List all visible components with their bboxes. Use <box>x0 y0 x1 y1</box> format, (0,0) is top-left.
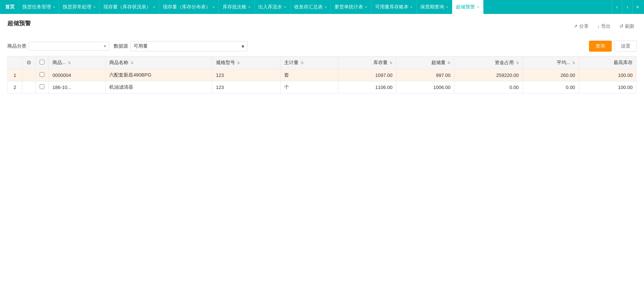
row-spec-0: 123 <box>212 69 280 81</box>
col-max-stock[interactable]: 最高库存 <box>579 56 637 69</box>
row-max-stock-1: 100.00 <box>579 81 637 93</box>
col-product-code[interactable]: 商品... ⇅ <box>49 56 106 69</box>
refresh-button[interactable]: ↺ 刷新 <box>617 22 637 30</box>
sort-icon-code: ⇅ <box>68 61 71 65</box>
row-overflow-0: 997.00 <box>396 69 454 81</box>
close-tab-1-icon[interactable]: × <box>53 5 55 9</box>
product-category-select[interactable]: ▾ <box>29 42 109 51</box>
row-overflow-1: 1006.00 <box>396 81 454 93</box>
row-num-0: 1 <box>8 69 22 81</box>
row-unit-0: 套 <box>280 69 338 81</box>
table-header: ⚙ 商品... ⇅ 商品名称 ⇅ 规格型号 ⇅ 主计量 <box>8 56 637 69</box>
row-checkbox-0[interactable] <box>36 69 49 81</box>
filter-buttons: 查询 设置 <box>589 41 637 52</box>
row-gear-1 <box>22 81 36 93</box>
share-icon: ↗ <box>574 23 578 29</box>
close-tab-3-icon[interactable]: × <box>153 5 155 9</box>
export-button[interactable]: ↓ 导出 <box>595 22 613 30</box>
export-icon: ↓ <box>597 23 600 29</box>
col-overflow[interactable]: 超储量 ⇅ <box>396 56 454 69</box>
col-product-name[interactable]: 商品名称 ⇅ <box>106 56 212 69</box>
refresh-icon: ↺ <box>619 23 623 29</box>
select-all-checkbox[interactable] <box>40 60 44 64</box>
col-avg[interactable]: 平均... ⇅ <box>523 56 579 69</box>
settings-button[interactable]: 设置 <box>615 41 637 52</box>
nav-tab-7[interactable]: 收发存汇总表 × <box>290 0 331 14</box>
close-tab-4-icon[interactable]: × <box>212 5 215 9</box>
data-source-select[interactable]: 可用量 ▾ <box>130 41 248 51</box>
col-spec[interactable]: 规格型号 ⇅ <box>212 56 280 69</box>
row-product-name-0: 六配套新昌490BPG <box>106 69 212 81</box>
row-stock-0: 1097.00 <box>339 69 396 81</box>
header-actions: ↗ 分享 ↓ 导出 ↺ 刷新 <box>571 22 637 30</box>
row-num-1: 2 <box>8 81 22 93</box>
sort-icon-overflow: ⇅ <box>447 61 450 65</box>
header-row: 超储预警 ↗ 分享 ↓ 导出 ↺ 刷新 <box>7 20 637 33</box>
sort-icon-spec: ⇅ <box>237 61 240 65</box>
close-tab-9-icon[interactable]: × <box>410 5 413 9</box>
nav-tab-6[interactable]: 出入库流水 × <box>255 0 290 14</box>
nav-tab-4[interactable]: 现存量（库存分布表） × <box>159 0 219 14</box>
close-tab-10-icon[interactable]: × <box>446 5 448 9</box>
gear-icon[interactable]: ⚙ <box>26 59 31 66</box>
sort-icon-unit: ⇅ <box>301 61 304 65</box>
row-capital-1: 0.00 <box>454 81 523 93</box>
table-body: 1 0000004 六配套新昌490BPG 123 套 1097.00 997.… <box>8 69 637 93</box>
nav-tab-9[interactable]: 可用量库存账本 × <box>372 0 417 14</box>
row-product-name-1: 机油滤清器 <box>106 81 212 93</box>
col-row-num <box>8 56 22 69</box>
col-stock[interactable]: 库存量 ⇅ <box>339 56 396 69</box>
nav-bar: 首页 拣货任务管理 × 拣货异常处理 × 现存量（库存状况表） × 现存量（库存… <box>0 0 644 14</box>
close-tab-2-icon[interactable]: × <box>93 5 95 9</box>
row-spec-1: 123 <box>212 81 280 93</box>
row-product-code-1: 186-10... <box>49 81 106 93</box>
nav-arrows: ‹ › × <box>612 0 643 14</box>
category-chevron-icon: ▾ <box>104 44 106 49</box>
product-category-filter: 商品分类 ▾ <box>7 42 109 51</box>
close-tab-6-icon[interactable]: × <box>284 5 286 9</box>
close-tab-8-icon[interactable]: × <box>365 5 367 9</box>
nav-tab-11[interactable]: 超储预警 × <box>452 0 483 14</box>
nav-tab-8[interactable]: 要货单统计表 × <box>331 0 371 14</box>
nav-arrow-close[interactable]: × <box>632 0 643 14</box>
row-checkbox-1[interactable] <box>36 81 49 93</box>
data-table: ⚙ 商品... ⇅ 商品名称 ⇅ 规格型号 ⇅ 主计量 <box>7 56 637 93</box>
row-avg-0: 260.00 <box>523 69 579 81</box>
col-capital[interactable]: 资金占用 ⇅ <box>454 56 523 69</box>
nav-tab-1[interactable]: 拣货任务管理 × <box>19 0 59 14</box>
product-category-label: 商品分类 <box>7 43 26 49</box>
col-gear[interactable]: ⚙ <box>22 56 36 69</box>
sort-icon-stock: ⇅ <box>389 61 392 65</box>
data-source-value: 可用量 <box>133 43 148 49</box>
row-unit-1: 个 <box>280 81 338 93</box>
col-unit[interactable]: 主计量 ⇅ <box>280 56 338 69</box>
nav-tab-5[interactable]: 库存批次账 × <box>219 0 255 14</box>
data-source-label: 数据源 <box>114 43 128 49</box>
nav-tab-3[interactable]: 现存量（库存状况表） × <box>100 0 159 14</box>
table-row[interactable]: 1 0000004 六配套新昌490BPG 123 套 1097.00 997.… <box>8 69 637 81</box>
nav-tab-2[interactable]: 拣货异常处理 × <box>59 0 99 14</box>
datasource-chevron-icon: ▾ <box>242 44 244 49</box>
sort-icon-name: ⇅ <box>131 61 133 65</box>
filter-row: 商品分类 ▾ 数据源 可用量 ▾ 查询 设置 <box>7 38 637 56</box>
nav-arrow-left[interactable]: ‹ <box>612 0 622 14</box>
table-row[interactable]: 2 186-10... 机油滤清器 123 个 1106.00 1006.00 … <box>8 81 637 93</box>
sort-icon-avg: ⇅ <box>572 61 575 65</box>
row-product-code-0: 0000004 <box>49 69 106 81</box>
nav-tab-10[interactable]: 保质期查询 × <box>417 0 452 14</box>
row-gear-0 <box>22 69 36 81</box>
query-button[interactable]: 查询 <box>589 41 612 52</box>
col-checkbox[interactable] <box>36 56 49 69</box>
nav-arrow-right[interactable]: › <box>622 0 632 14</box>
close-tab-11-icon[interactable]: × <box>477 5 479 9</box>
sort-icon-capital: ⇅ <box>516 61 519 65</box>
row-capital-0: 259220.00 <box>454 69 523 81</box>
row-max-stock-0: 100.00 <box>579 69 637 81</box>
share-button[interactable]: ↗ 分享 <box>571 22 591 30</box>
nav-home[interactable]: 首页 <box>1 0 19 14</box>
row-stock-1: 1106.00 <box>339 81 396 93</box>
data-source-filter: 数据源 可用量 ▾ <box>114 41 248 51</box>
close-tab-7-icon[interactable]: × <box>325 5 327 9</box>
close-tab-5-icon[interactable]: × <box>248 5 250 9</box>
page-title: 超储预警 <box>7 20 31 27</box>
